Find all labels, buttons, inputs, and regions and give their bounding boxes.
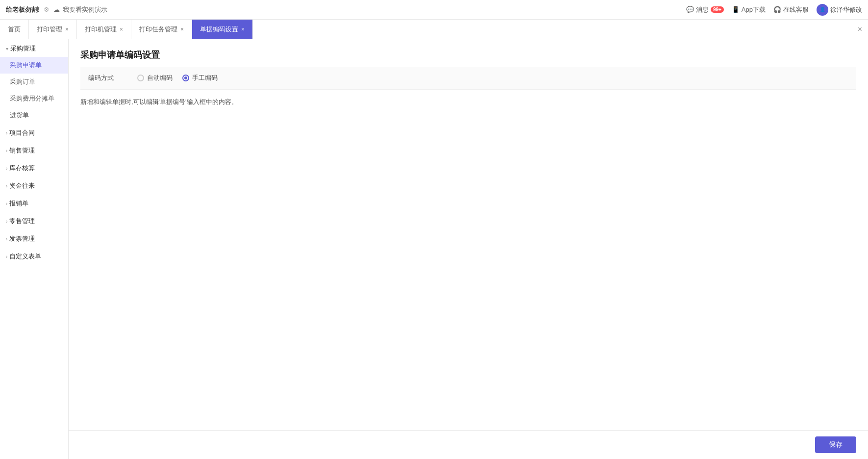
sidebar-group-project-title[interactable]: › 项目合同 (0, 124, 68, 141)
sidebar-group-inventory: › 库存核算 (0, 159, 68, 177)
page-title: 采购申请单编码设置 (80, 49, 856, 61)
chevron-right-icon-8: › (6, 254, 7, 259)
radio-auto-code-label: 自动编码 (147, 74, 173, 82)
chevron-right-icon-7: › (6, 236, 7, 242)
search-text: 我要看实例演示 (63, 5, 107, 14)
sidebar-group-funds-title[interactable]: › 资金往来 (0, 177, 68, 194)
brand-text: 给老板勿割! (6, 5, 40, 14)
tab-printer-management-close[interactable]: × (120, 26, 123, 33)
sidebar-item-purchase-expense[interactable]: 采购费用分摊单 (0, 90, 68, 107)
sidebar: ▾ 采购管理 采购申请单 采购订单 采购费用分摊单 进货单 › 项目合同 › 销… (0, 39, 69, 459)
sidebar-group-invoice-title[interactable]: › 发票管理 (0, 230, 68, 247)
radio-auto-code[interactable]: 自动编码 (137, 74, 173, 82)
sidebar-group-expense: › 报销单 (0, 194, 68, 212)
main-content: 采购申请单编码设置 编码方式 自动编码 手工编码 新增和编辑单据时,可以编辑'单… (69, 39, 868, 459)
top-bar-right: 💬 消息 99+ 📱 App下载 🎧 在线客服 👤 徐泽华修改 (686, 4, 862, 16)
radio-manual-code-label: 手工编码 (192, 74, 218, 82)
sidebar-group-sales: › 销售管理 (0, 141, 68, 159)
radio-group-code-method: 自动编码 手工编码 (137, 74, 218, 82)
sidebar-group-custom-form: › 自定义表单 (0, 247, 68, 265)
sidebar-group-retail-title[interactable]: › 零售管理 (0, 212, 68, 230)
tab-code-settings[interactable]: 单据编码设置 × (192, 20, 253, 39)
sidebar-item-purchase-request[interactable]: 采购申请单 (0, 57, 68, 74)
online-service-button[interactable]: 🎧 在线客服 (773, 5, 809, 14)
chevron-right-icon-5: › (6, 201, 7, 206)
sidebar-group-sales-label: 销售管理 (9, 146, 35, 155)
tab-print-management-close[interactable]: × (65, 26, 69, 33)
sidebar-group-retail-label: 零售管理 (9, 217, 35, 226)
chevron-right-icon-4: › (6, 183, 7, 189)
tab-print-management[interactable]: 打印管理 × (29, 20, 77, 39)
chevron-right-icon-3: › (6, 166, 7, 171)
app-download-button[interactable]: 📱 App下载 (732, 5, 766, 14)
sidebar-group-inventory-title[interactable]: › 库存核算 (0, 159, 68, 177)
content-area: 编码方式 自动编码 手工编码 新增和编辑单据时,可以编辑'单据编号'输入框中的内… (69, 67, 868, 430)
user-name: 徐泽华修改 (830, 5, 862, 14)
chevron-right-icon-1: › (6, 130, 7, 136)
tab-code-settings-label: 单据编码设置 (200, 25, 238, 34)
tab-print-task-close[interactable]: × (180, 26, 184, 33)
sidebar-group-expense-label: 报销单 (9, 199, 28, 208)
settings-icon[interactable]: ⚙ (44, 6, 50, 13)
sidebar-group-invoice: › 发票管理 (0, 230, 68, 247)
sidebar-group-custom-form-label: 自定义表单 (9, 252, 41, 261)
message-badge: 99+ (711, 6, 724, 13)
search-bar[interactable]: ☁ 我要看实例演示 (53, 5, 107, 14)
radio-manual-code-circle (182, 75, 189, 81)
tab-close-all-button[interactable]: × (852, 25, 868, 34)
avatar: 👤 (817, 4, 828, 16)
code-method-label: 编码方式 (88, 74, 118, 82)
sidebar-group-expense-title[interactable]: › 报销单 (0, 194, 68, 212)
page-header: 采购申请单编码设置 (69, 39, 868, 67)
sidebar-group-purchase-title[interactable]: ▾ 采购管理 (0, 39, 68, 57)
radio-manual-code[interactable]: 手工编码 (182, 74, 218, 82)
chevron-right-icon-6: › (6, 219, 7, 224)
app-icon: 📱 (732, 6, 740, 13)
layout: ▾ 采购管理 采购申请单 采购订单 采购费用分摊单 进货单 › 项目合同 › 销… (0, 39, 868, 459)
message-icon: 💬 (686, 6, 694, 13)
user-button[interactable]: 👤 徐泽华修改 (817, 4, 862, 16)
sidebar-group-retail: › 零售管理 (0, 212, 68, 230)
page-footer: 保存 (69, 430, 868, 459)
sidebar-group-project-contract: › 项目合同 (0, 124, 68, 141)
tab-home[interactable]: 首页 (0, 20, 29, 39)
save-button[interactable]: 保存 (815, 436, 856, 453)
sidebar-group-sales-title[interactable]: › 销售管理 (0, 141, 68, 159)
hint-text: 新增和编辑单据时,可以编辑'单据编号'输入框中的内容。 (80, 98, 856, 106)
code-method-row: 编码方式 自动编码 手工编码 (80, 67, 856, 90)
chevron-right-icon-2: › (6, 148, 7, 153)
message-label: 消息 (696, 5, 709, 14)
cloud-icon: ☁ (53, 6, 60, 13)
tab-bar: 首页 打印管理 × 打印机管理 × 打印任务管理 × 单据编码设置 × × (0, 20, 868, 39)
service-icon: 🎧 (773, 6, 781, 13)
sidebar-group-purchase: ▾ 采购管理 采购申请单 采购订单 采购费用分摊单 进货单 (0, 39, 68, 124)
radio-auto-code-circle (137, 75, 144, 81)
tab-print-task-label: 打印任务管理 (139, 25, 177, 34)
sidebar-item-purchase-order[interactable]: 采购订单 (0, 74, 68, 90)
tab-home-label: 首页 (8, 25, 21, 34)
chevron-down-icon: ▾ (6, 46, 8, 51)
top-bar: 给老板勿割! ⚙ ☁ 我要看实例演示 💬 消息 99+ 📱 App下载 🎧 在线… (0, 0, 868, 20)
tab-printer-management[interactable]: 打印机管理 × (77, 20, 131, 39)
online-service-label: 在线客服 (783, 5, 809, 14)
sidebar-group-funds-label: 资金往来 (9, 181, 35, 190)
tab-print-task-management[interactable]: 打印任务管理 × (131, 20, 192, 39)
message-button[interactable]: 💬 消息 99+ (686, 5, 724, 14)
tab-printer-management-label: 打印机管理 (85, 25, 117, 34)
sidebar-group-custom-form-title[interactable]: › 自定义表单 (0, 247, 68, 265)
sidebar-item-goods-receipt[interactable]: 进货单 (0, 107, 68, 124)
sidebar-group-funds: › 资金往来 (0, 177, 68, 194)
tab-code-settings-close[interactable]: × (241, 26, 245, 33)
sidebar-group-inventory-label: 库存核算 (9, 164, 35, 173)
top-bar-left: 给老板勿割! ⚙ ☁ 我要看实例演示 (6, 5, 107, 14)
sidebar-group-purchase-label: 采购管理 (10, 44, 36, 53)
sidebar-group-project-label: 项目合同 (9, 128, 35, 137)
sidebar-group-invoice-label: 发票管理 (9, 234, 35, 243)
tab-print-management-label: 打印管理 (37, 25, 62, 34)
app-download-label: App下载 (742, 5, 766, 14)
